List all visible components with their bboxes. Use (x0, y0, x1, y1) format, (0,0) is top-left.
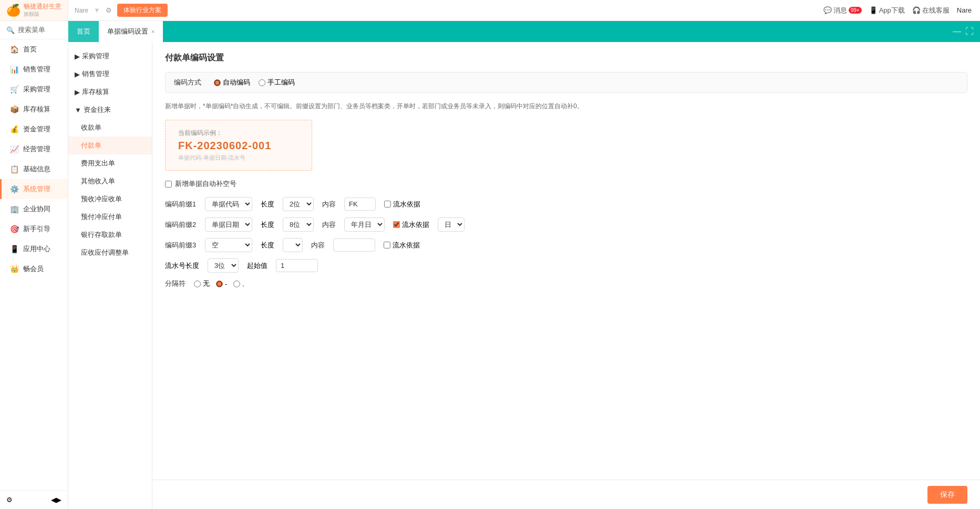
prefix1-content-input[interactable] (344, 198, 376, 211)
sub-item-payment[interactable]: 付款单 (68, 137, 152, 154)
sep-dash-radio[interactable] (216, 281, 223, 287)
enterprise-icon: 🏢 (10, 205, 19, 213)
start-value-input[interactable] (276, 259, 318, 272)
serial-length-select[interactable]: 3位 4位 5位 6位 (208, 258, 239, 273)
sidebar-bottom: ⚙ ◀▶ (0, 490, 68, 509)
prefix3-serial-checkbox[interactable] (384, 242, 390, 248)
sep-dash-option[interactable]: - (216, 280, 227, 288)
sub-item-prepay-receive[interactable]: 预收冲应收单 (68, 190, 152, 208)
sidebar-item-system[interactable]: ⚙️ 系统管理 (0, 179, 68, 199)
search-menu[interactable]: 🔍 搜索菜单 (0, 21, 68, 39)
sidebar-item-operations[interactable]: 📈 经营管理 (0, 139, 68, 159)
code-preview-value: FK-20230602-001 (178, 140, 299, 152)
sidebar-item-guide[interactable]: 🎯 新手引导 (0, 219, 68, 239)
start-value-label: 起始值 (247, 261, 267, 271)
manual-coding-radio[interactable] (259, 79, 265, 86)
prefix2-content-select[interactable]: 年月日 年月 年 (344, 217, 385, 232)
top-bar-middle: Nare ▼ ⚙ 体验行业方案 (68, 0, 815, 20)
user-avatar[interactable]: Nare (957, 6, 972, 14)
prefix1-length-label: 长度 (261, 200, 274, 209)
tab-bar-actions: — ⛶ (946, 27, 980, 36)
sub-group-stock[interactable]: ▶ 库存核算 (68, 83, 152, 101)
support-icon: 🎧 (912, 6, 921, 14)
sub-item-receipt[interactable]: 收款单 (68, 119, 152, 137)
sep-none-radio[interactable] (194, 281, 201, 287)
top-bar-right: 💬 消息 99+ 📱 App下载 🎧 在线客服 Nare (815, 0, 980, 20)
form-content: 付款单编码设置 编码方式 自动编码 手工编码 (152, 42, 980, 480)
sidebar-item-apps[interactable]: 📱 应用中心 (0, 239, 68, 259)
settings-bottom-icon[interactable]: ⚙ (6, 496, 13, 504)
sidebar-item-vip[interactable]: 👑 畅会员 (0, 259, 68, 279)
prefix2-select[interactable]: 单据日期 单据代码 空 (205, 217, 252, 232)
form-area: 付款单编码设置 编码方式 自动编码 手工编码 (152, 42, 980, 509)
apps-icon: 📱 (10, 245, 19, 253)
guide-icon: 🎯 (10, 225, 19, 233)
settings-icon[interactable]: ⚙ (106, 6, 112, 14)
sidebar-item-sales[interactable]: 📊 销售管理 (0, 59, 68, 79)
sub-group-sales[interactable]: ▶ 销售管理 (68, 65, 152, 83)
collapse-icon[interactable]: ◀▶ (51, 496, 61, 504)
inventory-icon: 📦 (10, 105, 19, 113)
prefix2-serial-unit-select[interactable]: 日 月 年 (438, 217, 465, 232)
sidebar-item-inventory[interactable]: 📦 库存核算 (0, 99, 68, 119)
coding-method-row: 编码方式 自动编码 手工编码 (165, 72, 967, 93)
prefix1-label: 编码前缀1 (165, 200, 197, 209)
app-edition: 旗舰版 (24, 11, 61, 18)
prefix3-select[interactable]: 空 单据代码 单据日期 (205, 238, 252, 252)
serial-length-label: 流水号长度 (165, 261, 199, 271)
prefix3-length-select[interactable] (283, 238, 303, 252)
sub-group-capital[interactable]: ▼ 资金往来 (68, 101, 152, 119)
info-text: 新增单据时，*单据编码*自动生成，不可编辑。前缀设置为部门、业务员等档案类，开单… (165, 101, 967, 111)
sidebar-item-basic[interactable]: 📋 基础信息 (0, 159, 68, 179)
sep-dot-radio[interactable] (233, 281, 240, 287)
prefix2-serial-checkbox[interactable] (393, 221, 400, 228)
purchase-icon: 🛒 (10, 85, 19, 94)
sub-item-reconcile[interactable]: 应收应付调整单 (68, 244, 152, 262)
prefix2-content-label: 内容 (322, 220, 336, 230)
tab-close-icon[interactable]: × (151, 28, 154, 35)
maximize-icon[interactable]: ⛶ (965, 27, 974, 36)
auto-fill-checkbox[interactable] (165, 181, 172, 188)
sidebar-item-home[interactable]: 🏠 首页 (0, 39, 68, 59)
manual-coding-option[interactable]: 手工编码 (259, 78, 295, 87)
prefix1-content-label: 内容 (322, 200, 336, 209)
save-button[interactable]: 保存 (927, 486, 967, 504)
trial-btn[interactable]: 体验行业方案 (117, 4, 168, 17)
separator-label: 分隔符 (165, 279, 185, 288)
prefix3-content-input[interactable] (333, 238, 375, 252)
online-support-btn[interactable]: 🎧 在线客服 (912, 6, 950, 15)
sep-none-option[interactable]: 无 (194, 279, 210, 288)
message-badge: 99+ (849, 7, 862, 14)
prefix3-serial-check: 流水依据 (384, 241, 420, 250)
sub-sidebar: ▶ 采购管理 ▶ 销售管理 ▶ 库存核算 ▼ 资金往来 收款单 (68, 42, 152, 509)
prefix2-label: 编码前缀2 (165, 220, 197, 230)
tab-home[interactable]: 首页 (68, 21, 99, 42)
sub-item-bank-deposit[interactable]: 银行存取款单 (68, 226, 152, 244)
minimize-icon[interactable]: — (953, 27, 961, 36)
app-download-btn[interactable]: 📱 App下载 (869, 6, 905, 15)
sub-item-prepay-pay[interactable]: 预付冲应付单 (68, 208, 152, 226)
code-preview-box: 当前编码示例： FK-20230602-001 单据代码-单据日期-流水号 (165, 120, 312, 171)
app-name: 畅捷通好生意 (24, 3, 61, 11)
code-preview-sub: 单据代码-单据日期-流水号 (178, 154, 299, 162)
tab-coding-settings[interactable]: 单据编码设置 × (99, 21, 163, 42)
sub-item-other-income[interactable]: 其他收入单 (68, 172, 152, 190)
prefix2-length-select[interactable]: 8位 6位 4位 (283, 217, 314, 232)
auto-coding-radio[interactable] (214, 79, 221, 86)
auto-coding-option[interactable]: 自动编码 (214, 78, 250, 87)
prefix2-length-label: 长度 (261, 220, 274, 230)
serial-length-row: 流水号长度 3位 4位 5位 6位 起始值 (165, 258, 967, 273)
messages-btn[interactable]: 💬 消息 99+ (823, 6, 862, 15)
prefix1-length-select[interactable]: 2位 3位 4位 (283, 197, 314, 211)
sidebar-item-enterprise[interactable]: 🏢 企业协同 (0, 199, 68, 219)
main-layout: 🔍 搜索菜单 🏠 首页 📊 销售管理 🛒 采购管理 📦 库存核算 💰 资金管理 … (0, 21, 980, 509)
sep-dot-option[interactable]: . (233, 280, 244, 288)
sub-group-purchase[interactable]: ▶ 采购管理 (68, 47, 152, 65)
sub-item-expense[interactable]: 费用支出单 (68, 154, 152, 172)
prefix1-select[interactable]: 单据代码 单据日期 空 (205, 197, 252, 211)
sidebar-item-purchase[interactable]: 🛒 采购管理 (0, 79, 68, 99)
prefix3-length-label: 长度 (261, 241, 274, 250)
sidebar-item-finance[interactable]: 💰 资金管理 (0, 119, 68, 139)
prefix1-serial-checkbox[interactable] (384, 201, 391, 207)
system-icon: ⚙️ (10, 185, 19, 193)
